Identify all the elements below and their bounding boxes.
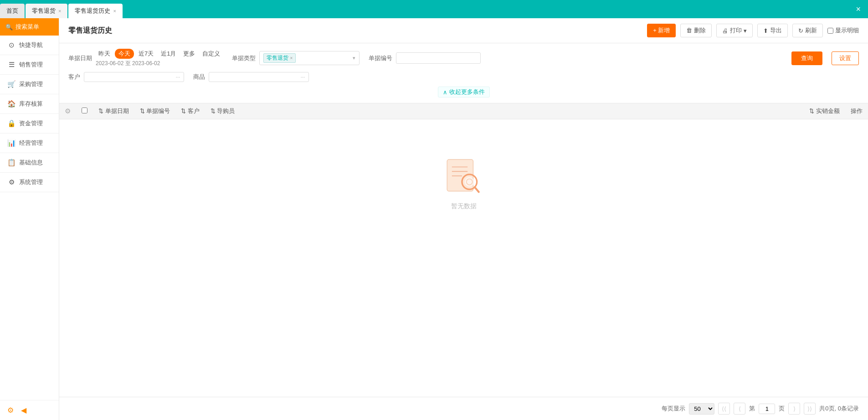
filter-row-1: 单据日期 昨天 今天 近7天 近1月 更多 自定义 2023-06-02 至 2… bbox=[68, 49, 859, 67]
th-settings: ⚙ bbox=[59, 103, 76, 119]
main-layout: 🔍 搜索菜单 ⊙ 快捷导航 ☰ 销售管理 🛒 采购管理 🏠 库存核算 🔒 资金管… bbox=[0, 18, 868, 420]
th-customer[interactable]: ⇅ 客户 bbox=[175, 103, 205, 119]
order-num-input[interactable] bbox=[396, 52, 481, 64]
empty-text: 暂无数据 bbox=[451, 202, 477, 210]
refresh-label: 刷新 bbox=[805, 26, 817, 35]
sidebar-item-operation[interactable]: 📊 经营管理 bbox=[0, 133, 59, 153]
query-button[interactable]: 查询 bbox=[791, 51, 822, 65]
first-page-btn[interactable]: ⟨⟨ bbox=[718, 403, 730, 415]
type-tag-close[interactable]: × bbox=[290, 56, 293, 61]
customer-dots: ··· bbox=[176, 74, 180, 80]
svg-point-5 bbox=[464, 177, 474, 187]
export-button[interactable]: ⬆ 导出 bbox=[757, 24, 788, 37]
tab-retail-return[interactable]: 零售退货 × bbox=[26, 4, 67, 18]
tab-retail-return-history[interactable]: 零售退货历史 × bbox=[68, 4, 122, 18]
new-button[interactable]: + 新增 bbox=[647, 24, 676, 37]
th-order-num[interactable]: ⇅ 单据编号 bbox=[134, 103, 176, 119]
base-info-icon: 📋 bbox=[7, 159, 15, 167]
date-opt-yesterday[interactable]: 昨天 bbox=[96, 49, 113, 59]
print-label: 打印 bbox=[730, 26, 742, 35]
goods-input[interactable]: ··· bbox=[209, 72, 309, 82]
date-options: 昨天 今天 近7天 近1月 更多 自定义 2023-06-02 至 2023-0… bbox=[96, 49, 223, 67]
window-close-icon[interactable]: × bbox=[856, 5, 861, 14]
sidebar-item-purchase-mgmt[interactable]: 🛒 采购管理 bbox=[0, 75, 59, 94]
date-opt-last7[interactable]: 近7天 bbox=[136, 49, 156, 59]
empty-state: 暂无数据 bbox=[59, 119, 868, 247]
collapse-sidebar-icon[interactable]: ◀ bbox=[21, 406, 26, 415]
date-opt-today[interactable]: 今天 bbox=[115, 49, 134, 59]
tab-home-label: 首页 bbox=[6, 7, 18, 15]
sidebar-item-base-info-label: 基础信息 bbox=[19, 159, 43, 167]
th-amount[interactable]: ⇅ 实销金额 bbox=[804, 103, 845, 119]
sidebar-item-base-info[interactable]: 📋 基础信息 bbox=[0, 153, 59, 173]
sidebar-item-inventory[interactable]: 🏠 库存核算 bbox=[0, 94, 59, 114]
th-guide[interactable]: ⇅ 导购员 bbox=[205, 103, 241, 119]
type-select[interactable]: 零售退货 × ▾ bbox=[259, 51, 360, 65]
sidebar-item-operation-label: 经营管理 bbox=[19, 139, 43, 147]
page-suffix: 页 bbox=[779, 405, 785, 413]
print-button[interactable]: 🖨 打印 ▾ bbox=[716, 24, 753, 37]
sidebar-item-quick-nav-label: 快捷导航 bbox=[19, 41, 43, 49]
next-page-btn[interactable]: ⟩ bbox=[788, 403, 800, 415]
settings-bottom-icon[interactable]: ⚙ bbox=[7, 406, 14, 415]
th-date[interactable]: ⇅ 单据日期 bbox=[93, 103, 134, 119]
toolbar: + 新增 🗑 删除 🖨 打印 ▾ ⬆ 导出 ↻ 刷新 显示明细 bbox=[647, 24, 859, 37]
content-area: 零售退货历史 + 新增 🗑 删除 🖨 打印 ▾ ⬆ 导出 ↻ 刷新 bbox=[59, 18, 868, 420]
tab-retail-return-close[interactable]: × bbox=[58, 8, 61, 14]
page-title: 零售退货历史 bbox=[68, 26, 112, 36]
last-page-btn[interactable]: ⟩⟩ bbox=[804, 403, 816, 415]
empty-icon bbox=[441, 156, 487, 197]
sidebar: 🔍 搜索菜单 ⊙ 快捷导航 ☰ 销售管理 🛒 采购管理 🏠 库存核算 🔒 资金管… bbox=[0, 18, 59, 420]
page-number-input[interactable] bbox=[759, 404, 775, 414]
table-area: ⚙ ⇅ 单据日期 ⇅ 单据编号 ⇅ 客户 bbox=[59, 103, 868, 397]
tab-home[interactable]: 首页 bbox=[0, 4, 25, 18]
select-all-checkbox[interactable] bbox=[82, 108, 87, 113]
inventory-icon: 🏠 bbox=[7, 100, 15, 108]
page-header: 零售退货历史 + 新增 🗑 删除 🖨 打印 ▾ ⬆ 导出 ↻ 刷新 bbox=[59, 18, 868, 43]
table-settings-icon[interactable]: ⚙ bbox=[65, 107, 71, 115]
date-opt-more[interactable]: 更多 bbox=[180, 49, 198, 59]
collapse-button[interactable]: ∧ 收起更多条件 bbox=[438, 87, 490, 97]
delete-button[interactable]: 🗑 删除 bbox=[680, 24, 712, 37]
order-num-label: 单据编号 bbox=[369, 54, 392, 62]
sidebar-search[interactable]: 🔍 搜索菜单 bbox=[0, 18, 59, 36]
th-date-label: ⇅ 单据日期 bbox=[98, 108, 129, 114]
collapse-icon: ∧ bbox=[443, 89, 447, 96]
date-opt-custom[interactable]: 自定义 bbox=[200, 49, 223, 59]
sidebar-item-quick-nav[interactable]: ⊙ 快捷导航 bbox=[0, 36, 59, 55]
refresh-button[interactable]: ↻ 刷新 bbox=[792, 24, 823, 37]
customer-input[interactable]: ··· bbox=[84, 72, 184, 82]
show-detail-checkbox-label[interactable]: 显示明细 bbox=[827, 26, 859, 35]
system-icon: ⚙ bbox=[7, 178, 15, 186]
sidebar-item-system-mgmt[interactable]: ⚙ 系统管理 bbox=[0, 173, 59, 192]
sidebar-bottom: ⚙ ◀ bbox=[0, 400, 59, 420]
date-opt-last1month[interactable]: 近1月 bbox=[158, 49, 179, 59]
sidebar-item-sales-mgmt[interactable]: ☰ 销售管理 bbox=[0, 55, 59, 75]
export-label: 导出 bbox=[770, 26, 782, 35]
per-page-select[interactable]: 20 50 100 bbox=[689, 403, 714, 415]
customer-label: 客户 bbox=[68, 73, 80, 81]
date-filter: 单据日期 昨天 今天 近7天 近1月 更多 自定义 2023-06-02 至 2… bbox=[68, 49, 223, 67]
data-table: ⚙ ⇅ 单据日期 ⇅ 单据编号 ⇅ 客户 bbox=[59, 103, 868, 247]
sidebar-item-purchase-label: 采购管理 bbox=[19, 80, 43, 88]
customer-filter: 客户 ··· bbox=[68, 72, 184, 82]
tab-retail-return-history-close[interactable]: × bbox=[113, 8, 116, 14]
show-detail-checkbox[interactable] bbox=[827, 28, 833, 34]
tab-list: 首页 零售退货 × 零售退货历史 × bbox=[0, 0, 848, 18]
setting-button[interactable]: 设置 bbox=[832, 51, 859, 65]
sidebar-item-finance[interactable]: 🔒 资金管理 bbox=[0, 114, 59, 133]
th-customer-label: ⇅ 客户 bbox=[181, 108, 200, 114]
type-filter-label: 单据类型 bbox=[232, 54, 256, 62]
sidebar-item-inventory-label: 库存核算 bbox=[19, 100, 43, 108]
print-arrow: ▾ bbox=[744, 27, 747, 34]
date-filter-label: 单据日期 bbox=[68, 54, 92, 62]
refresh-icon: ↻ bbox=[798, 27, 803, 34]
goods-dots: ··· bbox=[301, 74, 305, 80]
sidebar-item-system-label: 系统管理 bbox=[19, 178, 43, 186]
export-icon: ⬆ bbox=[763, 27, 768, 34]
svg-line-6 bbox=[474, 187, 478, 192]
date-range-display: 2023-06-02 至 2023-06-02 bbox=[96, 60, 223, 67]
sidebar-item-sales-label: 销售管理 bbox=[19, 61, 43, 69]
tab-retail-return-history-label: 零售退货历史 bbox=[75, 7, 110, 15]
prev-page-btn[interactable]: ⟨ bbox=[734, 403, 745, 415]
